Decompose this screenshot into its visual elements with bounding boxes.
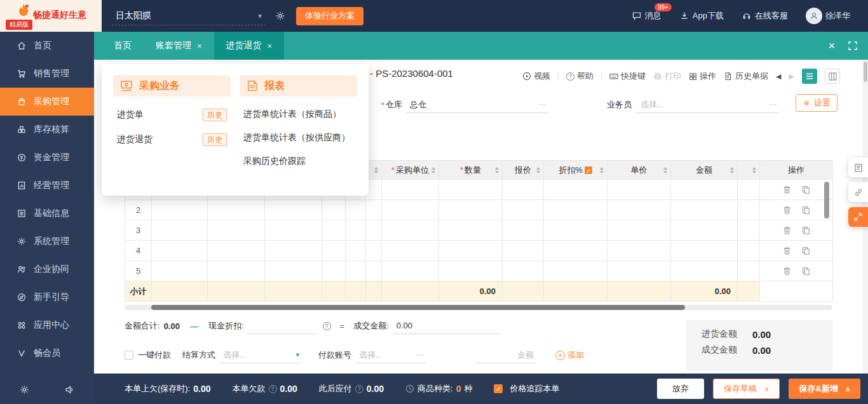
grid-cell[interactable]	[346, 220, 366, 241]
help-circle-icon[interactable]: ?	[355, 385, 363, 393]
delete-icon[interactable]	[782, 266, 792, 276]
col-unit-price[interactable]: 单价	[607, 161, 671, 180]
sidebar-item-funds[interactable]: 资金管理	[0, 144, 94, 172]
warehouse-input[interactable]	[406, 100, 548, 109]
sort-icon[interactable]	[730, 167, 734, 173]
form-panel-button[interactable]	[848, 158, 868, 177]
grid-cell[interactable]	[208, 200, 265, 220]
grid-cell[interactable]	[346, 261, 366, 281]
user-menu[interactable]: 徐泽华	[806, 8, 850, 24]
grid-cell[interactable]	[439, 180, 503, 200]
salesman-input[interactable]	[637, 100, 779, 109]
grid-cell[interactable]	[503, 241, 544, 261]
grid-cell[interactable]	[265, 261, 322, 281]
picker-ellipsis-icon[interactable]: ⋯	[769, 100, 778, 109]
menu-item-purchase-order[interactable]: 进货单 历史	[113, 109, 231, 121]
copy-icon[interactable]	[801, 185, 811, 194]
grid-cell[interactable]	[322, 241, 346, 261]
close-tab-icon[interactable]: ×	[197, 41, 202, 51]
scrollbar-thumb[interactable]	[151, 305, 685, 310]
sort-icon[interactable]	[663, 167, 667, 173]
grid-cell[interactable]	[544, 261, 607, 281]
pay-amount-input[interactable]	[476, 350, 536, 360]
menu-item-stats-by-supplier[interactable]: 进货单统计表（按供应商）	[240, 132, 357, 144]
table-horizontal-scrollbar[interactable]	[125, 305, 832, 310]
delete-icon[interactable]	[782, 185, 792, 194]
link-button[interactable]	[848, 182, 868, 202]
batch-edit-icon[interactable]	[585, 166, 592, 174]
grid-cell[interactable]	[265, 220, 322, 241]
history-badge[interactable]: 历史	[203, 109, 227, 121]
grid-cell[interactable]	[439, 241, 503, 261]
grid-cell[interactable]	[503, 261, 544, 281]
grid-cell[interactable]	[671, 220, 738, 241]
grid-cell[interactable]	[671, 180, 738, 200]
menu-item-price-history[interactable]: 采购历史价跟踪	[240, 156, 357, 167]
grid-cell[interactable]	[439, 261, 503, 281]
sidebar-item-inventory[interactable]: 库存核算	[0, 116, 94, 144]
price-track-option[interactable]: ✓ 价格追踪本单	[494, 383, 559, 394]
price-track-checkbox[interactable]: ✓	[494, 384, 503, 393]
print-button[interactable]: 打印	[653, 71, 681, 82]
sidebar-item-home[interactable]: 首页	[0, 32, 94, 60]
sidebar-item-purchase[interactable]: 采购管理	[0, 88, 94, 116]
deal-amount-input[interactable]	[393, 321, 501, 330]
grid-cell[interactable]	[439, 220, 503, 241]
grid-cell[interactable]	[382, 241, 439, 261]
grid-cell[interactable]	[382, 220, 439, 241]
online-service-button[interactable]: 在线客服	[742, 10, 788, 22]
expand-button[interactable]	[848, 207, 868, 227]
grid-cell[interactable]	[265, 200, 322, 220]
save-and-new-button[interactable]: 保存&新增 ∧	[789, 379, 860, 399]
picker-ellipsis-icon[interactable]: ⋯	[538, 100, 547, 109]
delete-icon[interactable]	[782, 226, 792, 235]
history-badge[interactable]: 历史	[203, 133, 227, 146]
menu-item-stats-by-product[interactable]: 进货单统计表（按商品）	[240, 109, 357, 120]
grid-cell[interactable]	[346, 200, 366, 220]
sidebar-item-guide[interactable]: 新手引导	[0, 283, 94, 311]
grid-cell[interactable]	[607, 241, 671, 261]
add-payment-button[interactable]: + 添加	[555, 349, 584, 361]
grid-cell[interactable]	[152, 220, 208, 241]
grid-cell[interactable]	[208, 261, 265, 281]
grid-cell[interactable]	[738, 220, 760, 241]
actions-button[interactable]: 操作	[689, 71, 716, 82]
delete-icon[interactable]	[782, 205, 792, 215]
grid-cell[interactable]	[544, 241, 607, 261]
grid-cell[interactable]	[671, 200, 738, 220]
grid-cell[interactable]	[366, 200, 382, 220]
table-vertical-scrollbar[interactable]	[824, 182, 829, 219]
announcement-speaker-icon[interactable]	[64, 384, 75, 395]
grid-cell[interactable]	[366, 220, 382, 241]
grid-cell[interactable]	[152, 200, 208, 220]
grid-cell[interactable]	[503, 200, 544, 220]
video-button[interactable]: 视频	[522, 71, 550, 82]
one-click-pay-checkbox[interactable]	[125, 351, 133, 360]
delete-icon[interactable]	[782, 246, 792, 255]
chevron-down-icon[interactable]: ▾	[295, 351, 299, 359]
scrollbar-thumb[interactable]	[864, 62, 867, 82]
sidebar-item-system[interactable]: 系统管理	[0, 227, 94, 255]
sort-icon[interactable]	[752, 167, 756, 173]
copy-icon[interactable]	[801, 246, 811, 255]
tab-home[interactable]: 首页	[102, 32, 144, 60]
next-doc-icon[interactable]: ▶	[789, 72, 794, 81]
sort-icon[interactable]	[374, 167, 378, 173]
settle-method-select[interactable]	[219, 350, 302, 360]
sort-icon[interactable]	[600, 167, 604, 173]
tabbar-close-icon[interactable]: ×	[828, 40, 835, 51]
grid-cell[interactable]	[738, 261, 760, 281]
grid-cell[interactable]	[382, 200, 439, 220]
grid-cell[interactable]	[382, 180, 439, 200]
grid-cell[interactable]	[671, 261, 738, 281]
grid-cell[interactable]	[382, 261, 439, 281]
grid-cell[interactable]	[503, 180, 544, 200]
copy-icon[interactable]	[801, 205, 811, 215]
app-download-button[interactable]: App下载	[679, 10, 724, 22]
help-button[interactable]: ? 帮助	[566, 71, 593, 82]
sidebar-item-app-center[interactable]: 应用中心	[0, 311, 94, 339]
grid-cell[interactable]	[544, 200, 607, 220]
col-quantity[interactable]: *数量	[439, 161, 503, 180]
help-circle-icon[interactable]: ?	[323, 322, 331, 330]
grid-cell[interactable]	[152, 261, 208, 281]
